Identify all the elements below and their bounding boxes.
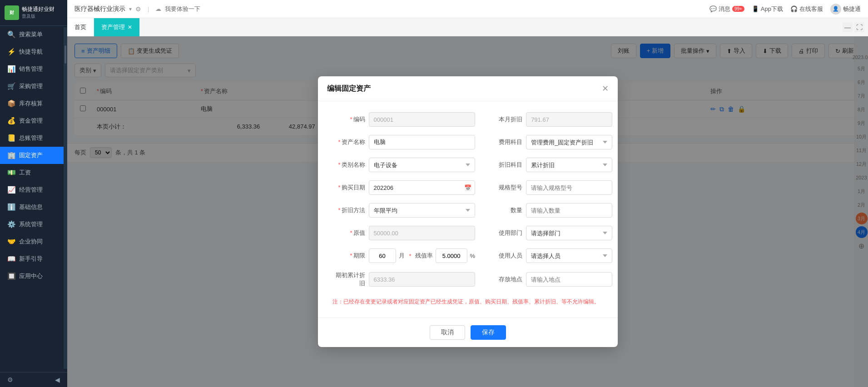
sidebar-scrollbar-track xyxy=(64,27,67,369)
field-code: *编码 xyxy=(332,112,483,127)
field-original-value: *原值 xyxy=(332,226,483,240)
field-dep-subject: 折旧科目 累计折旧 xyxy=(482,158,612,172)
salvage-unit: % xyxy=(470,253,476,259)
logo-sub: 普及版 xyxy=(22,13,55,20)
code-input[interactable] xyxy=(369,112,476,127)
sidebar-item-finance[interactable]: 💰 资金管理 xyxy=(0,112,67,129)
expense-subject-label: 费用科目 xyxy=(490,138,526,146)
sidebar-item-fixed-assets[interactable]: 🏢 固定资产 xyxy=(0,147,67,164)
dep-subject-wrap: 累计折旧 xyxy=(526,158,612,172)
sidebar-item-operations[interactable]: 📈 经营管理 xyxy=(0,181,67,198)
period-salvage-group: 月 * 残值率 % xyxy=(369,248,476,263)
modal-footer: 取消 保存 xyxy=(318,318,618,347)
original-value-input[interactable] xyxy=(369,226,476,240)
message-btn[interactable]: 💬 消息 99+ xyxy=(709,5,744,13)
monthly-dep-input xyxy=(526,112,612,127)
field-asset-name: *资产名称 xyxy=(332,135,483,149)
sidebar-item-label: 采购管理 xyxy=(19,82,43,90)
sidebar-item-enterprise[interactable]: 🤝 企业协同 xyxy=(0,233,67,250)
quick-nav-icon: ⚡ xyxy=(7,48,15,56)
person-select[interactable]: 请选择人员 xyxy=(526,248,612,263)
salvage-label: 残值率 xyxy=(415,252,433,260)
sidebar-item-search[interactable]: 🔍 搜索菜单 xyxy=(0,26,67,43)
message-icon: 💬 xyxy=(709,5,717,12)
modal-overlay: 编辑固定资产 ✕ *编码 xyxy=(67,36,868,387)
expense-subject-select[interactable]: 管理费用_固定资产折旧 xyxy=(526,135,612,149)
sidebar-item-label: 系统管理 xyxy=(19,220,43,228)
minimize-btn[interactable]: — xyxy=(843,22,853,32)
message-badge: 99+ xyxy=(732,6,744,12)
dep-subject-select[interactable]: 累计折旧 xyxy=(526,158,612,172)
modal-title: 编辑固定资产 xyxy=(327,84,371,94)
app-logo: 财 畅捷通好业财 普及版 xyxy=(5,5,63,20)
dep-method-select[interactable]: 年限平均 xyxy=(369,203,476,218)
save-button[interactable]: 保存 xyxy=(471,325,506,340)
purchase-date-input[interactable] xyxy=(369,180,476,195)
trial-label[interactable]: 我要体验一下 xyxy=(165,5,200,13)
sidebar-item-inventory[interactable]: 📦 库存核算 xyxy=(0,95,67,112)
fixed-assets-icon: 🏢 xyxy=(7,151,15,159)
topbar-gear-icon[interactable]: ⚙ xyxy=(135,5,141,13)
modal-close-icon[interactable]: ✕ xyxy=(602,84,609,94)
field-period-salvage: *期限 月 * 残值率 % xyxy=(332,248,483,263)
logo-text: 畅捷通好业财 xyxy=(22,6,55,13)
tab-close-icon[interactable]: ✕ xyxy=(128,24,132,30)
search-icon: 🔍 xyxy=(7,30,15,39)
sidebar-scrollbar-thumb xyxy=(64,45,66,64)
quantity-input[interactable] xyxy=(526,203,612,218)
location-input[interactable] xyxy=(526,272,612,287)
window-controls: — ⛶ xyxy=(843,22,868,32)
field-spec: 规格型号 xyxy=(482,180,612,195)
settings-icon[interactable]: ⚙ xyxy=(7,376,13,383)
maximize-btn[interactable]: ⛶ xyxy=(854,22,864,32)
message-label: 消息 xyxy=(719,5,730,13)
period-input[interactable] xyxy=(369,248,396,263)
collapse-icon[interactable]: ◀ xyxy=(55,376,60,383)
spec-input[interactable] xyxy=(526,180,612,195)
sidebar-item-guide[interactable]: 📖 新手引导 xyxy=(0,250,67,268)
app-center-icon: 🔲 xyxy=(7,272,15,280)
payroll-icon: 💵 xyxy=(7,169,15,177)
sidebar-item-quick-nav[interactable]: ⚡ 快捷导航 xyxy=(0,43,67,60)
period-unit: 月 xyxy=(399,252,405,260)
category-select[interactable]: 电子设备 xyxy=(369,158,476,172)
salvage-input[interactable] xyxy=(436,248,467,263)
sidebar-item-label: 库存核算 xyxy=(19,99,43,108)
purchase-date-label: *购买日期 xyxy=(332,184,369,192)
ledger-icon: 📒 xyxy=(7,134,15,142)
headset-icon: 🎧 xyxy=(790,5,798,12)
modal-header: 编辑固定资产 ✕ xyxy=(318,76,618,101)
location-label: 存放地点 xyxy=(490,275,526,283)
sidebar-item-basic-info[interactable]: ℹ️ 基础信息 xyxy=(0,198,67,216)
tab-home-label: 首页 xyxy=(74,23,86,31)
sidebar-item-ledger[interactable]: 📒 总账管理 xyxy=(0,129,67,147)
modal-note: 注：已经存在变更记录或者对应固定资产已经生成凭证，原值、购买日期、残值率、累计折… xyxy=(332,298,603,306)
monthly-dep-label: 本月折旧 xyxy=(490,115,526,124)
sidebar-item-label: 固定资产 xyxy=(19,151,43,159)
field-purchase-date: *购买日期 📅 xyxy=(332,180,483,195)
app-download-btn[interactable]: 📱 App下载 xyxy=(752,5,783,13)
field-monthly-dep: 本月折旧 xyxy=(482,112,612,127)
company-dropdown-icon[interactable]: ▾ xyxy=(129,6,132,12)
user-avatar[interactable]: 👤 畅捷通 xyxy=(830,4,861,15)
topbar-right: 💬 消息 99+ 📱 App下载 🎧 在线客服 👤 畅捷通 xyxy=(709,4,861,15)
cancel-button[interactable]: 取消 xyxy=(430,325,465,340)
dept-select[interactable]: 请选择部门 xyxy=(526,226,612,240)
sidebar-item-payroll[interactable]: 💵 工资 xyxy=(0,164,67,181)
sidebar-item-app-center[interactable]: 🔲 应用中心 xyxy=(0,268,67,285)
asset-name-input[interactable] xyxy=(369,135,476,149)
sidebar-item-system[interactable]: ⚙️ 系统管理 xyxy=(0,216,67,233)
sidebar: 财 畅捷通好业财 普及版 🔍 搜索菜单 ⚡ 快捷导航 📊 销售管理 xyxy=(0,0,67,387)
customer-service-btn[interactable]: 🎧 在线客服 xyxy=(790,5,823,13)
sidebar-item-label: 新手引导 xyxy=(19,255,43,263)
sidebar-item-label: 资金管理 xyxy=(19,117,43,125)
sidebar-item-sales[interactable]: 📊 销售管理 xyxy=(0,60,67,78)
content-area: ≡ 资产明细 📋 变更生成凭证 刘账 + 新增 批量操作 ▾ xyxy=(67,36,868,387)
sidebar-item-purchase[interactable]: 🛒 采购管理 xyxy=(0,78,67,95)
tab-home[interactable]: 首页 xyxy=(67,18,94,36)
sales-icon: 📊 xyxy=(7,65,15,73)
guide-icon: 📖 xyxy=(7,255,15,263)
tab-asset-mgmt[interactable]: 资产管理 ✕ xyxy=(94,18,140,36)
field-dep-method: *折旧方法 年限平均 xyxy=(332,203,483,218)
calendar-icon[interactable]: 📅 xyxy=(464,184,471,191)
